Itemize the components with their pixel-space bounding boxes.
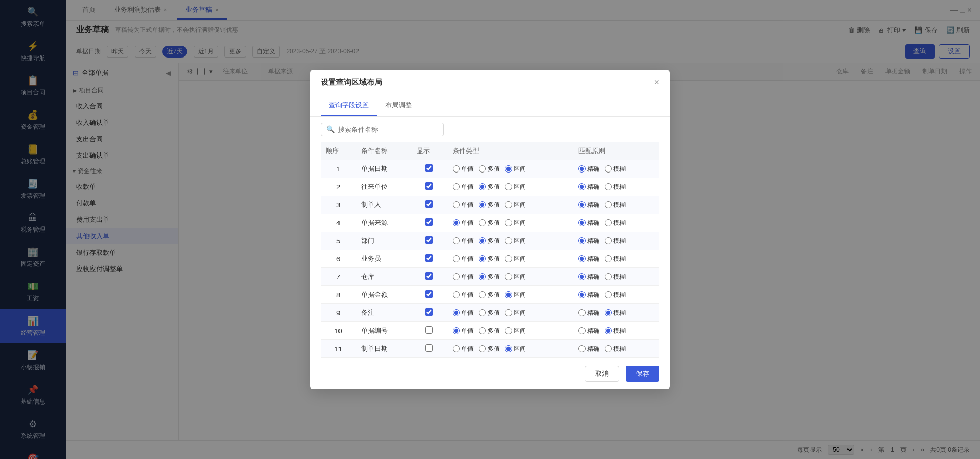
radio-range[interactable] <box>505 237 512 244</box>
radio-label-fuzzy[interactable]: 模糊 <box>605 201 626 209</box>
radio-single[interactable] <box>453 201 460 208</box>
radio-single[interactable] <box>453 291 460 298</box>
radio-single[interactable] <box>453 219 460 226</box>
radio-label-range[interactable]: 区间 <box>505 201 526 209</box>
radio-single[interactable] <box>453 237 460 244</box>
radio-label-range[interactable]: 区间 <box>505 165 526 174</box>
radio-label-multi[interactable]: 多值 <box>479 327 500 335</box>
radio-range[interactable] <box>505 345 512 352</box>
radio-label-fuzzy[interactable]: 模糊 <box>605 291 626 299</box>
radio-exact[interactable] <box>578 309 586 316</box>
radio-exact[interactable] <box>578 183 586 190</box>
radio-fuzzy[interactable] <box>605 201 612 208</box>
radio-label-exact[interactable]: 精确 <box>578 273 599 281</box>
radio-multi[interactable] <box>479 237 486 244</box>
radio-label-single[interactable]: 单值 <box>453 183 474 192</box>
radio-exact[interactable] <box>578 255 586 262</box>
radio-fuzzy[interactable] <box>605 345 612 352</box>
radio-label-exact[interactable]: 精确 <box>578 255 599 263</box>
radio-label-single[interactable]: 单值 <box>453 237 474 245</box>
radio-label-multi[interactable]: 多值 <box>479 237 500 245</box>
radio-multi[interactable] <box>479 273 486 280</box>
radio-label-multi[interactable]: 多值 <box>479 291 500 299</box>
radio-range[interactable] <box>505 165 512 173</box>
radio-label-range[interactable]: 区间 <box>505 183 526 192</box>
radio-fuzzy[interactable] <box>605 165 612 173</box>
radio-range[interactable] <box>505 201 512 208</box>
cancel-button[interactable]: 取消 <box>585 366 619 382</box>
radio-label-fuzzy[interactable]: 模糊 <box>605 255 626 263</box>
radio-fuzzy[interactable] <box>605 183 612 190</box>
radio-label-multi[interactable]: 多值 <box>479 309 500 317</box>
display-checkbox[interactable] <box>425 290 433 298</box>
radio-exact[interactable] <box>578 291 586 298</box>
radio-range[interactable] <box>505 219 512 226</box>
radio-fuzzy[interactable] <box>605 291 612 298</box>
radio-range[interactable] <box>505 273 512 280</box>
radio-multi[interactable] <box>479 345 486 352</box>
modal-tab-fields[interactable]: 查询字段设置 <box>321 95 377 116</box>
radio-label-exact[interactable]: 精确 <box>578 183 599 192</box>
radio-multi[interactable] <box>479 201 486 208</box>
radio-label-fuzzy[interactable]: 模糊 <box>605 183 626 192</box>
radio-label-range[interactable]: 区间 <box>505 255 526 263</box>
display-checkbox[interactable] <box>425 326 433 334</box>
radio-label-exact[interactable]: 精确 <box>578 327 599 335</box>
radio-range[interactable] <box>505 309 512 316</box>
display-checkbox[interactable] <box>425 308 433 316</box>
radio-label-single[interactable]: 单值 <box>453 219 474 227</box>
radio-multi[interactable] <box>479 291 486 298</box>
radio-label-range[interactable]: 区间 <box>505 219 526 227</box>
radio-label-exact[interactable]: 精确 <box>578 309 599 317</box>
display-checkbox[interactable] <box>425 164 433 172</box>
radio-label-single[interactable]: 单值 <box>453 165 474 174</box>
radio-label-multi[interactable]: 多值 <box>479 201 500 209</box>
radio-single[interactable] <box>453 345 460 352</box>
radio-multi[interactable] <box>479 183 486 190</box>
radio-single[interactable] <box>453 309 460 316</box>
radio-range[interactable] <box>505 291 512 298</box>
radio-label-range[interactable]: 区间 <box>505 345 526 353</box>
radio-label-single[interactable]: 单值 <box>453 327 474 335</box>
radio-label-fuzzy[interactable]: 模糊 <box>605 273 626 281</box>
radio-label-exact[interactable]: 精确 <box>578 201 599 209</box>
radio-label-range[interactable]: 区间 <box>505 237 526 245</box>
radio-multi[interactable] <box>479 309 486 316</box>
modal-tab-layout[interactable]: 布局调整 <box>377 95 420 116</box>
radio-range[interactable] <box>505 183 512 190</box>
radio-label-multi[interactable]: 多值 <box>479 183 500 192</box>
radio-label-range[interactable]: 区间 <box>505 327 526 335</box>
display-checkbox[interactable] <box>425 200 433 208</box>
radio-label-single[interactable]: 单值 <box>453 309 474 317</box>
radio-label-fuzzy[interactable]: 模糊 <box>605 345 626 353</box>
radio-range[interactable] <box>505 255 512 262</box>
radio-single[interactable] <box>453 183 460 190</box>
radio-exact[interactable] <box>578 201 586 208</box>
radio-label-single[interactable]: 单值 <box>453 201 474 209</box>
radio-exact[interactable] <box>578 165 586 173</box>
radio-label-multi[interactable]: 多值 <box>479 273 500 281</box>
radio-label-multi[interactable]: 多值 <box>479 255 500 263</box>
radio-single[interactable] <box>453 327 460 334</box>
radio-label-multi[interactable]: 多值 <box>479 345 500 353</box>
radio-label-fuzzy[interactable]: 模糊 <box>605 165 626 174</box>
display-checkbox[interactable] <box>425 254 433 262</box>
radio-fuzzy[interactable] <box>605 309 612 316</box>
display-checkbox[interactable] <box>425 218 433 226</box>
radio-label-exact[interactable]: 精确 <box>578 165 599 174</box>
radio-label-multi[interactable]: 多值 <box>479 165 500 174</box>
radio-fuzzy[interactable] <box>605 327 612 334</box>
radio-label-fuzzy[interactable]: 模糊 <box>605 237 626 245</box>
search-input[interactable] <box>338 126 438 133</box>
radio-fuzzy[interactable] <box>605 219 612 226</box>
display-checkbox[interactable] <box>425 182 433 190</box>
radio-single[interactable] <box>453 165 460 173</box>
radio-exact[interactable] <box>578 345 586 352</box>
radio-fuzzy[interactable] <box>605 255 612 262</box>
modal-close-button[interactable]: × <box>654 77 659 88</box>
radio-label-single[interactable]: 单值 <box>453 273 474 281</box>
radio-label-fuzzy[interactable]: 模糊 <box>605 327 626 335</box>
radio-label-fuzzy[interactable]: 模糊 <box>605 219 626 227</box>
radio-fuzzy[interactable] <box>605 273 612 280</box>
radio-label-single[interactable]: 单值 <box>453 345 474 353</box>
